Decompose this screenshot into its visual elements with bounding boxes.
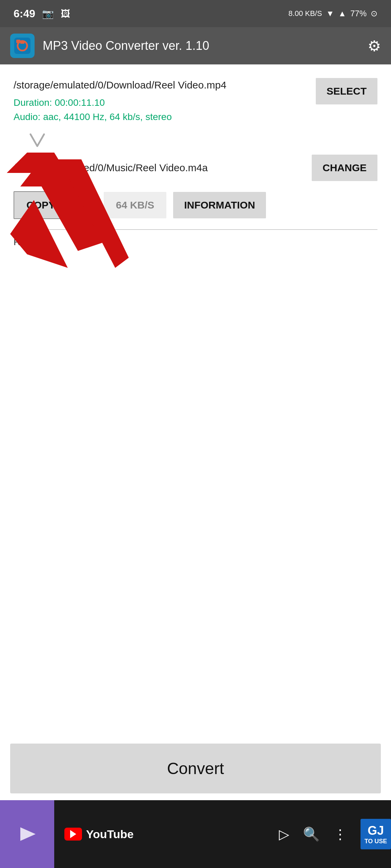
source-audio: Audio: aac, 44100 Hz, 64 kb/s, stereo [14,110,309,124]
youtube-label: YouTube [86,828,133,841]
select-button[interactable]: SELECT [316,78,377,104]
youtube-red-icon [64,828,82,841]
source-info: /storage/emulated/0/Download/Reel Video.… [14,78,309,124]
divider [14,229,377,230]
destination-section: /storage/emulated/0/Music/Reel Video.m4a… [14,155,377,181]
gj-label: TO USE [365,838,387,845]
camera-icon: 📷 [42,8,54,19]
arrow-down-indicator [14,131,377,151]
status-bar: 6:49 📷 🖼 8.00 KB/S ▼ ▲ 77% ⊙ [0,0,391,27]
change-button[interactable]: CHANGE [312,155,377,181]
app-icon [10,34,35,58]
svg-rect-2 [16,40,20,43]
app-bar: MP3 Video Converter ver. 1.10 ⚙ [0,27,391,64]
play-icon[interactable]: ▷ [279,826,289,842]
information-button[interactable]: INFORMATION [173,192,266,218]
copy-aac-button[interactable]: COPY(AAC) [14,191,97,219]
youtube-play-triangle [70,830,76,838]
source-section: /storage/emulated/0/Download/Reel Video.… [14,78,377,124]
status-right: 8.00 KB/S ▼ ▲ 77% ⊙ [288,9,377,18]
down-arrow-icon [27,131,47,151]
dest-path: /storage/emulated/0/Music/Reel Video.m4a [14,161,305,175]
data-speed: 8.00 KB/S [288,9,322,18]
search-icon[interactable]: 🔍 [303,826,320,842]
app-title: MP3 Video Converter ver. 1.10 [43,39,359,53]
battery-text: 77% [350,9,367,18]
svg-marker-3 [20,41,24,44]
bottom-app-icon [0,800,54,868]
gallery-icon: 🖼 [61,8,70,19]
bottom-bar: YouTube ▷ 🔍 ⋮ GJ TO USE [0,800,391,868]
bottom-app-logo [14,821,41,848]
bitrate-button[interactable]: 64 KB/S [104,192,166,218]
status-left: 6:49 📷 🖼 [14,7,70,20]
menu-icon[interactable]: ⋮ [333,826,347,842]
wifi-icon: ▼ [326,9,334,18]
gj-icon: GJ [368,824,384,838]
action-row: COPY(AAC) 64 KB/S INFORMATION [14,191,377,219]
settings-icon[interactable]: ⚙ [368,37,381,55]
youtube-section: YouTube ▷ 🔍 ⋮ [54,826,361,842]
alarm-icon: ⊙ [371,9,377,18]
source-path: /storage/emulated/0/Download/Reel Video.… [14,78,309,92]
status-time: 6:49 [14,7,35,20]
main-content: /storage/emulated/0/Download/Reel Video.… [0,64,391,248]
app-logo-icon [13,36,32,55]
convert-button[interactable]: Convert [10,744,381,793]
convert-bar: Convert [0,744,391,793]
source-duration: Duration: 00:00:11.10 [14,96,309,110]
signal-icon: ▲ [338,9,346,18]
status-text: Ready [14,237,377,248]
youtube-logo: YouTube [64,828,133,841]
gj-badge: GJ TO USE [361,819,391,849]
